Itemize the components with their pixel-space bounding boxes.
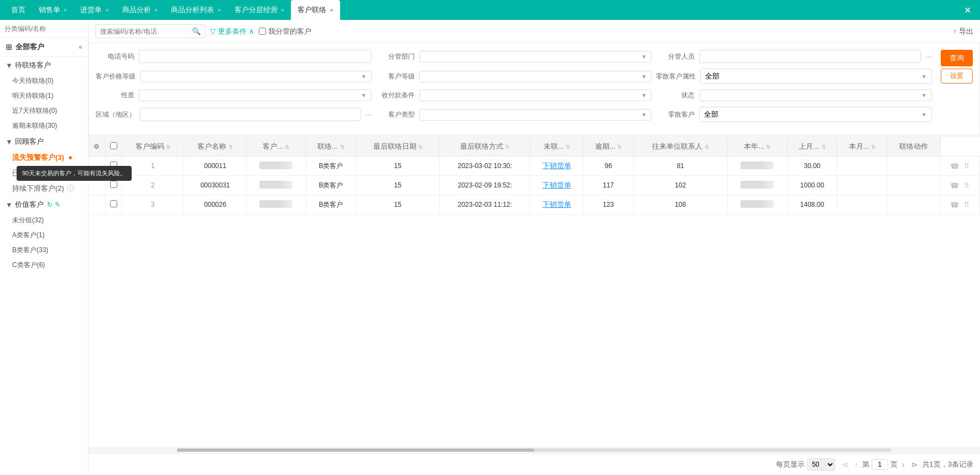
action-more-icon[interactable]: ⠿ (964, 201, 969, 209)
sidebar-all-customers[interactable]: ⊞ 全部客户 « (0, 38, 88, 57)
edit-icon[interactable]: ✎ (55, 201, 60, 208)
row-checkbox[interactable] (110, 181, 117, 188)
nature-select[interactable]: ▼ (139, 90, 372, 101)
region-input[interactable] (140, 108, 361, 121)
action-contact-icon[interactable]: ☎ (950, 162, 959, 170)
sort-icon-no-contact[interactable]: ⇅ (566, 144, 570, 150)
sort-icon-code[interactable]: ⇅ (166, 144, 170, 150)
window-close-btn[interactable]: ✕ (960, 5, 976, 15)
sidebar-item-declining[interactable]: 持续下滑客户(2) ⓘ (0, 181, 88, 196)
sort-icon-name[interactable]: ⇅ (228, 144, 233, 150)
tab-purchase[interactable]: 进货单 × (74, 0, 115, 20)
sidebar-item-7day-contact[interactable]: 近7天待联络(0) (0, 103, 88, 118)
page-input[interactable] (872, 459, 888, 470)
section-review-title[interactable]: ▼ 回顾客户 (0, 133, 88, 150)
tab-analysis-list[interactable]: 商品分析列表 × (164, 0, 227, 20)
tab-analysis-close[interactable]: × (154, 7, 158, 13)
phone-input[interactable] (139, 50, 372, 63)
td-action[interactable]: ☎ ⠿ (940, 195, 980, 215)
price-tier-select[interactable]: ▼ (140, 71, 372, 82)
region-dots[interactable]: ··· (365, 110, 372, 119)
tab-sales-close[interactable]: × (64, 7, 67, 13)
customer-tier-select[interactable]: ▼ (419, 71, 652, 82)
sidebar-search-input[interactable] (4, 25, 87, 33)
tab-sales[interactable]: 销售单 × (32, 0, 74, 20)
td-last-way[interactable]: 下销货单 (530, 156, 583, 176)
sidebar-item-b-class[interactable]: B类客户(33) (0, 243, 88, 258)
customer-type-select[interactable]: ▼ (419, 109, 652, 121)
td-check[interactable] (105, 195, 122, 215)
tab-purchase-label: 进货单 (80, 5, 102, 15)
data-table: ⚙ 客户编码 ⇅ 客户名称 ⇅ 客户... (88, 137, 980, 215)
th-settings[interactable]: ⚙ (88, 137, 105, 156)
tab-customer-tier-label: 客户分层经营 (234, 5, 278, 15)
th-no-contact-label: 未联... (544, 142, 564, 150)
sort-icon-date[interactable]: ⇅ (418, 144, 423, 150)
tab-analysis-list-close[interactable]: × (217, 7, 221, 13)
status-select[interactable]: ▼ (699, 90, 932, 101)
payment-select[interactable]: ▼ (419, 90, 652, 101)
tab-customer-tier-close[interactable]: × (281, 7, 284, 13)
per-page-select[interactable]: 50 100 (807, 458, 835, 471)
prev-page-btn[interactable]: ‹ (853, 460, 860, 469)
zero-retail-attr-select[interactable]: 全部 ▼ (700, 69, 932, 84)
section-value-title[interactable]: ▼ 价值客户 ↻ ✎ (0, 196, 88, 213)
sidebar-item-tomorrow-contact[interactable]: 明天待联络(1) (0, 88, 88, 103)
sort-icon-contact[interactable]: ⇅ (340, 144, 345, 150)
th-checkbox[interactable] (105, 137, 122, 156)
dept-select[interactable]: ▼ (419, 51, 652, 62)
row-checkbox[interactable] (110, 200, 117, 207)
td-last-way[interactable]: 下销货单 (530, 176, 583, 195)
sort-icon-last-month[interactable]: ⇅ (821, 144, 826, 150)
td-last-way[interactable]: 下销货单 (530, 195, 583, 215)
sort-icon-overdue[interactable]: ⇅ (617, 144, 622, 150)
tab-customer-tier[interactable]: 客户分层经营 × (228, 0, 291, 20)
search-icon-toolbar[interactable]: 🔍 (192, 27, 201, 35)
sort-icon-this-year[interactable]: ⇅ (766, 144, 770, 150)
my-customers-check[interactable] (259, 28, 266, 35)
collapse-icon[interactable]: « (79, 43, 82, 51)
td-action[interactable]: ☎ ⠿ (940, 156, 980, 176)
scrollbar-track[interactable] (177, 448, 892, 452)
sidebar-item-a-class[interactable]: A类客户(1) (0, 228, 88, 243)
sidebar-search-box[interactable]: 🔍 (0, 20, 88, 38)
sort-icon-type[interactable]: ⇅ (285, 144, 289, 150)
select-all-checkbox[interactable] (110, 142, 117, 149)
sidebar-item-overdue-contact[interactable]: 逾期未联络(30) (0, 118, 88, 133)
last-page-btn[interactable]: ⊳ (909, 460, 920, 469)
sidebar-item-ungrouped[interactable]: 未分组(32) (0, 213, 88, 228)
scrollbar-thumb[interactable] (177, 448, 534, 452)
sidebar-item-today-contact[interactable]: 今天待联络(0) (0, 74, 88, 88)
zero-retail-select[interactable]: 全部 ▼ (699, 107, 932, 122)
search-box[interactable]: 🔍 (95, 24, 206, 38)
person-dots[interactable]: ··· (925, 52, 932, 61)
sort-icon-unit[interactable]: ⇅ (705, 144, 709, 150)
settings-button[interactable]: 设置 (941, 69, 973, 83)
sort-icon-way[interactable]: ⇅ (505, 144, 509, 150)
td-action[interactable]: ☎ ⠿ (940, 176, 980, 195)
refresh-icon[interactable]: ↻ (47, 201, 53, 208)
tab-analysis[interactable]: 商品分析 × (116, 0, 164, 20)
search-input[interactable] (100, 28, 190, 35)
my-customers-checkbox[interactable]: 我分管的客户 (259, 27, 311, 36)
sidebar-item-churn-warning[interactable]: 流失预警客户(3) ● (0, 150, 88, 165)
sort-icon-this-month[interactable]: ⇅ (871, 144, 875, 150)
query-button[interactable]: 查询 (941, 50, 973, 66)
tab-home[interactable]: 首页 (4, 0, 32, 20)
export-btn[interactable]: ↑ 导出 (953, 27, 974, 36)
first-page-btn[interactable]: ⊲ (840, 460, 851, 469)
tab-customer-contact-close[interactable]: × (330, 7, 333, 13)
action-contact-icon[interactable]: ☎ (950, 201, 959, 209)
sidebar-item-c-class[interactable]: C类客户(6) (0, 258, 88, 273)
horizontal-scrollbar[interactable] (88, 447, 980, 453)
section-pending-contact-title[interactable]: ▼ 待联络客户 (0, 57, 88, 74)
person-input[interactable] (699, 50, 921, 63)
action-contact-icon[interactable]: ☎ (950, 181, 959, 190)
th-this-year: 本年... ⇅ (728, 137, 788, 156)
action-more-icon[interactable]: ⠿ (964, 162, 969, 170)
action-more-icon[interactable]: ⠿ (964, 181, 969, 190)
filter-btn[interactable]: ▽ 更多条件 ∧ (210, 27, 254, 36)
tab-purchase-close[interactable]: × (105, 7, 108, 13)
tab-customer-contact[interactable]: 客户联络 × (291, 0, 340, 20)
next-page-btn[interactable]: › (900, 460, 907, 469)
